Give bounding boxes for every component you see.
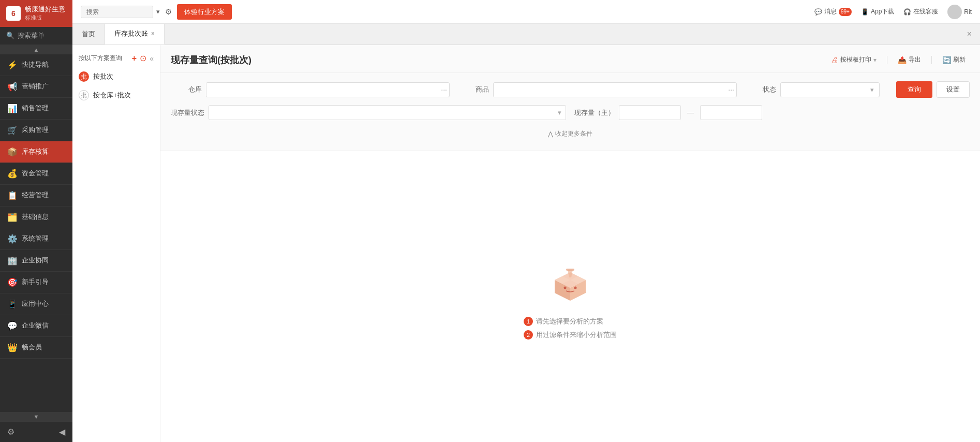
sidebar-item-purchase[interactable]: 🛒 采购管理 [0,120,72,141]
collapse-label: 收起更多条件 [555,129,592,138]
stock-qty-field: 现存量（主） — [574,105,970,120]
tip-text-1: 请先选择要分析的方案 [536,315,603,328]
filter-scheme-by-batch[interactable]: 批 按批次 [72,67,160,86]
nav-icon-quick-nav: ⚡ [7,60,18,70]
online-service-btn[interactable]: 🎧 在线客服 [903,7,938,16]
warehouse-dots[interactable]: ··· [439,85,449,94]
service-icon: 🎧 [903,8,911,16]
filter-actions-right: 查询 设置 [896,81,970,98]
add-scheme-icon[interactable]: + [132,54,137,63]
trial-btn[interactable]: 体验行业方案 [177,4,232,20]
app-download-btn[interactable]: 📱 App下载 [861,7,894,16]
warehouse-input[interactable] [206,83,439,97]
settings-icon[interactable]: ⚙ [7,427,14,437]
warehouse-field: 仓库 ··· [171,82,450,97]
topbar-search-input[interactable] [81,6,153,18]
tabs-bar-close[interactable]: × [959,25,980,43]
filter-scheme-by-warehouse-batch[interactable]: 批 按仓库+批次 [72,86,160,105]
status-select[interactable]: ▾ [780,82,880,97]
collapse-up-icon: ⋀ [548,130,553,138]
topbar-search-area: ▾ [81,6,160,18]
content-area: 现存量查询(按批次) 🖨 按模板打印 ▾ 📤 导出 🔄 [160,45,980,442]
page-title-bar: 现存量查询(按批次) 🖨 按模板打印 ▾ 📤 导出 🔄 [160,45,980,73]
sidebar-item-member[interactable]: 👑 畅会员 [0,337,72,359]
stock-status-select[interactable]: ▾ [209,105,566,120]
nav-label-enterprise: 企业协同 [22,256,49,265]
filter-row-2: 现存量状态 ▾ 现存量（主） — [171,105,970,120]
refresh-icon: 🔄 [942,56,951,64]
sidebar-item-enterprise[interactable]: 🏢 企业协同 [0,250,72,272]
query-btn[interactable]: 查询 [896,81,932,98]
print-template-btn[interactable]: 🖨 按模板打印 ▾ [827,53,881,66]
product-input[interactable] [494,83,726,97]
sidebar-scroll-up[interactable]: ▲ [0,45,72,54]
tab-close-inventory-batch[interactable]: × [151,30,155,37]
sidebar-scroll-down[interactable]: ▼ [0,412,72,421]
status-dropdown-icon: ▾ [870,86,874,94]
warehouse-label: 仓库 [171,85,202,94]
page-title: 现存量查询(按批次) [171,54,251,66]
scheme-label-by-batch: 按批次 [93,72,113,81]
tab-label-inventory-batch: 库存批次账 [114,29,148,38]
nav-icon-basic: 🗂️ [7,212,18,222]
topbar-dropdown-icon[interactable]: ▾ [156,8,160,16]
stock-qty-dash: — [685,109,696,116]
sidebar-item-wechat[interactable]: 💬 企业微信 [0,315,72,337]
stock-qty-max[interactable] [700,105,762,120]
topbar-actions: 💬 消息 99+ 📱 App下载 🎧 在线客服 Rit [814,5,972,19]
nav-icon-enterprise: 🏢 [7,256,18,266]
settings-btn[interactable]: 设置 [937,81,970,98]
topbar-gear-icon[interactable]: ⚙ [165,7,172,17]
sidebar-item-marketing[interactable]: 📢 营销推广 [0,76,72,98]
status-field: 状态 ▾ [745,82,880,97]
action-divider-1 [887,56,887,64]
collapse-panel-icon[interactable]: « [150,54,154,63]
sidebar-item-sales[interactable]: 📊 销售管理 [0,98,72,120]
tab-label-home: 首页 [82,30,95,39]
filter-panel: 按以下方案查询 + ⊙ « 批 按批次 批 按仓库+批次 [72,45,160,442]
empty-tip-2: 2 用过滤条件来缩小分析范围 [524,328,617,342]
tip-num-2: 2 [524,330,533,340]
action-divider-2 [931,56,932,64]
tab-inventory-batch[interactable]: 库存批次账× [105,24,165,45]
sidebar-item-newbie[interactable]: 🎯 新手引导 [0,272,72,293]
export-label: 导出 [909,55,921,64]
status-label: 状态 [745,85,776,94]
user-area[interactable]: Rit [947,5,972,19]
avatar [947,5,962,19]
sidebar-nav: ⚡ 快捷导航 📢 营销推广 📊 销售管理 🛒 采购管理 📦 库存核算 💰 资金管… [0,54,72,412]
sidebar-item-system[interactable]: ⚙️ 系统管理 [0,228,72,250]
messages-btn[interactable]: 💬 消息 99+ [814,7,852,16]
app-download-icon: 📱 [861,8,869,16]
sidebar: 6 畅康通好生意 标准版 🔍 搜索菜单 ▲ ⚡ 快捷导航 📢 营销推广 📊 销售… [0,0,72,442]
svg-point-6 [574,287,577,289]
topbar: ▾ ⚙ 体验行业方案 💬 消息 99+ 📱 App下载 🎧 在线客服 Rit [72,0,980,24]
export-btn[interactable]: 📤 导出 [894,53,925,66]
filter-panel-header: 按以下方案查询 + ⊙ « [72,51,160,67]
print-icon: 🖨 [831,56,838,64]
refresh-btn[interactable]: 🔄 刷新 [938,53,970,66]
tab-home[interactable]: 首页 [72,24,105,44]
sidebar-item-inventory[interactable]: 📦 库存核算 [0,141,72,163]
nav-icon-marketing: 📢 [7,82,18,92]
sidebar-item-operations[interactable]: 📋 经营管理 [0,185,72,207]
refresh-label: 刷新 [953,55,966,64]
collapse-sidebar-icon[interactable]: ◀ [59,427,65,437]
print-dropdown-icon[interactable]: ▾ [873,56,877,64]
product-input-group: ··· [493,82,737,97]
stock-status-input[interactable] [209,106,554,120]
stock-qty-min[interactable] [619,105,681,120]
settings-scheme-icon[interactable]: ⊙ [140,53,146,63]
warehouse-input-group: ··· [206,82,450,97]
scheme-icon-by-warehouse-batch: 批 [79,90,89,100]
sidebar-item-finance[interactable]: 💰 资金管理 [0,163,72,185]
product-dots[interactable]: ··· [726,85,736,94]
sidebar-item-apps[interactable]: 📱 应用中心 [0,293,72,315]
collapse-conditions[interactable]: ⋀ 收起更多条件 [171,127,970,142]
nav-label-apps: 应用中心 [22,299,49,308]
export-icon: 📤 [898,56,907,64]
nav-label-inventory: 库存核算 [22,147,49,156]
search-menu[interactable]: 🔍 搜索菜单 [0,27,72,45]
sidebar-item-basic[interactable]: 🗂️ 基础信息 [0,207,72,228]
sidebar-item-quick-nav[interactable]: ⚡ 快捷导航 [0,54,72,76]
